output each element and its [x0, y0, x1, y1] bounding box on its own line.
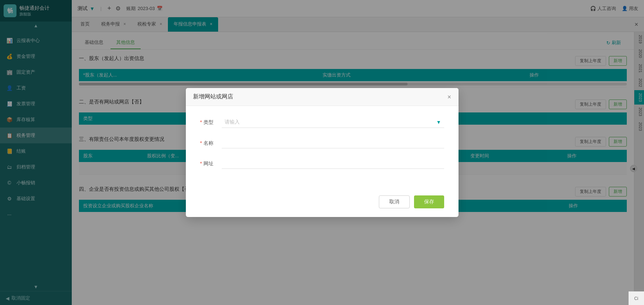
url-required-mark: *: [200, 161, 202, 166]
modal-add-website: 新增网站或网店 × * 类型 请输入 ▼ * 名称: [186, 88, 459, 217]
url-field-wrapper: [222, 158, 444, 169]
form-row-name: * 名称: [200, 138, 444, 148]
modal-header: 新增网站或网店 ×: [186, 88, 459, 106]
bottom-bar: Ci: [629, 291, 644, 305]
url-input[interactable]: [225, 161, 441, 166]
modal-close-btn[interactable]: ×: [447, 94, 451, 100]
type-label: * 类型: [200, 119, 222, 126]
name-field-wrapper: [222, 138, 444, 148]
save-button[interactable]: 保存: [414, 195, 444, 208]
type-dropdown-icon: ▼: [436, 119, 441, 125]
type-placeholder: 请输入: [225, 119, 240, 125]
name-input[interactable]: [225, 140, 441, 146]
modal-footer: 取消 保存: [186, 190, 459, 217]
modal-title: 新增网站或网店: [193, 93, 233, 101]
bottom-bar-text: Ci: [634, 296, 638, 301]
type-required-mark: *: [200, 119, 202, 125]
name-label: * 名称: [200, 140, 222, 147]
form-row-type: * 类型 请输入 ▼: [200, 117, 444, 128]
form-row-url: * 网址: [200, 158, 444, 169]
cancel-button[interactable]: 取消: [379, 195, 410, 208]
type-select[interactable]: 请输入 ▼: [222, 117, 444, 128]
name-required-mark: *: [200, 140, 202, 146]
url-label: * 网址: [200, 161, 222, 167]
modal-body: * 类型 请输入 ▼ * 名称: [186, 106, 459, 190]
modal-overlay[interactable]: 新增网站或网店 × * 类型 请输入 ▼ * 名称: [0, 0, 644, 305]
